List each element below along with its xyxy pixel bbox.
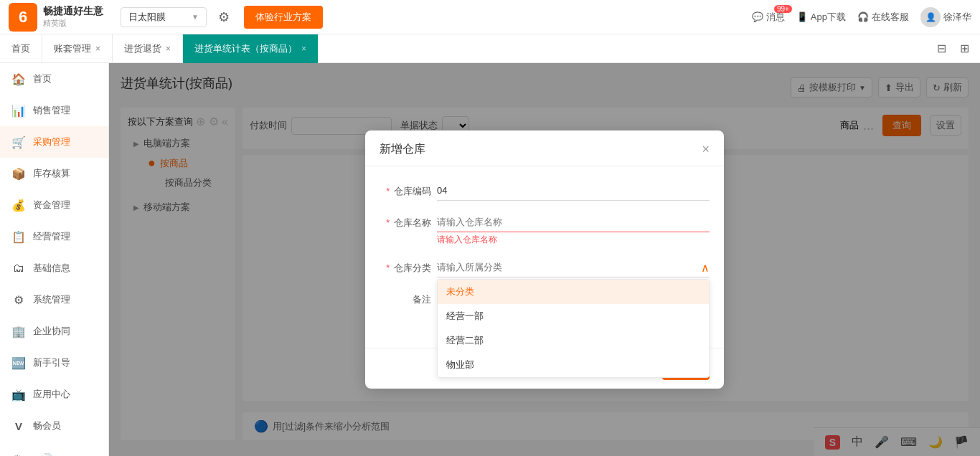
tab-purchase-return-close[interactable]: × bbox=[166, 44, 171, 54]
modal-overlay: 新增仓库 × * 仓库编码 bbox=[109, 63, 980, 456]
chevron-up-icon[interactable]: ∧ bbox=[701, 261, 710, 275]
code-input[interactable] bbox=[437, 181, 710, 201]
main-layout: 🏠 首页 📊 销售管理 🛒 采购管理 📦 库存核算 💰 资金管理 📋 经营管理 … bbox=[0, 63, 980, 456]
app-download-button[interactable]: 📱 App下载 bbox=[796, 11, 846, 24]
tab-home-label: 首页 bbox=[11, 42, 30, 55]
app-label: App下载 bbox=[811, 11, 846, 24]
new-warehouse-modal: 新增仓库 × * 仓库编码 bbox=[365, 130, 724, 389]
topbar: 6 畅捷通好生意 精英版 日太阳膜 ▼ ⚙ 体验行业方案 💬 消息 99+ 📱 … bbox=[0, 0, 980, 34]
tab-account-close[interactable]: × bbox=[95, 44, 100, 54]
category-select-wrap: ∧ 未分类 经营一部 经营二部 物业部 bbox=[437, 257, 710, 277]
tab-account[interactable]: 账套管理 × bbox=[42, 34, 113, 63]
sidebar-item-vip-label: 畅会员 bbox=[33, 419, 61, 432]
sales-icon: 📊 bbox=[11, 103, 26, 118]
service-label: 在线客服 bbox=[872, 11, 909, 24]
sidebar-item-finance-label: 资金管理 bbox=[33, 199, 70, 212]
tab-home[interactable]: 首页 bbox=[0, 34, 42, 63]
code-field bbox=[437, 181, 710, 201]
name-input[interactable] bbox=[437, 212, 710, 232]
brand-name: 畅捷通好生意 bbox=[43, 5, 103, 18]
headphone-icon: 🎧 bbox=[857, 11, 869, 22]
name-label: * 仓库名称 bbox=[380, 212, 437, 229]
modal-close-button[interactable]: × bbox=[702, 142, 710, 157]
sidebar-settings-icon[interactable]: ⚙ bbox=[6, 447, 29, 456]
app-logo: 6 bbox=[9, 3, 37, 32]
operation-icon: 📋 bbox=[11, 229, 26, 244]
required-star-code: * bbox=[386, 186, 390, 196]
sidebar-item-inventory[interactable]: 📦 库存核算 bbox=[0, 158, 108, 189]
message-badge: 99+ bbox=[774, 5, 792, 13]
purchase-icon: 🛒 bbox=[11, 135, 26, 149]
sidebar-item-basic-label: 基础信息 bbox=[33, 262, 70, 275]
tab-purchase-return-label: 进货退货 bbox=[124, 42, 161, 55]
sidebar-item-home[interactable]: 🏠 首页 bbox=[0, 63, 108, 95]
brand-sub: 精英版 bbox=[43, 18, 103, 29]
tab-purchase-stat[interactable]: 进货单统计表（按商品） × bbox=[183, 34, 319, 63]
sidebar-item-operation-label: 经营管理 bbox=[33, 230, 70, 243]
dropdown-item-3[interactable]: 物业部 bbox=[438, 353, 709, 377]
avatar: 👤 bbox=[920, 7, 941, 27]
tab-purchase-stat-close[interactable]: × bbox=[301, 44, 306, 54]
sidebar-item-enterprise[interactable]: 🏢 企业协同 bbox=[0, 315, 108, 347]
guide-icon: 🆕 bbox=[11, 356, 26, 370]
home-icon: 🏠 bbox=[11, 72, 26, 86]
code-label: * 仓库编码 bbox=[380, 181, 437, 198]
brand: 畅捷通好生意 精英版 bbox=[43, 5, 103, 29]
dropdown-item-2[interactable]: 经营二部 bbox=[438, 328, 709, 353]
topbar-right: 💬 消息 99+ 📱 App下载 🎧 在线客服 👤 徐泽华 bbox=[752, 7, 971, 27]
sidebar-item-purchase-label: 采购管理 bbox=[33, 136, 70, 148]
sidebar-item-operation[interactable]: 📋 经营管理 bbox=[0, 221, 108, 252]
sidebar-item-guide[interactable]: 🆕 新手引导 bbox=[0, 347, 108, 379]
name-field: 请输入仓库名称 bbox=[437, 212, 710, 246]
tab-expand-icon[interactable]: ⊞ bbox=[954, 39, 974, 59]
appcenter-icon: 📺 bbox=[11, 387, 26, 402]
sidebar-item-appcenter[interactable]: 📺 应用中心 bbox=[0, 379, 108, 410]
sidebar-item-inventory-label: 库存核算 bbox=[33, 167, 70, 180]
remark-label: 备注 bbox=[380, 289, 437, 306]
category-field: ∧ 未分类 经营一部 经营二部 物业部 bbox=[437, 257, 710, 277]
inventory-icon: 📦 bbox=[11, 166, 26, 181]
online-service-button[interactable]: 🎧 在线客服 bbox=[857, 11, 909, 24]
tab-purchase-stat-label: 进货单统计表（按商品） bbox=[194, 42, 297, 55]
tab-account-label: 账套管理 bbox=[54, 42, 91, 55]
finance-icon: 💰 bbox=[11, 198, 26, 212]
content-area: 进货单统计(按商品) 🖨 按模板打印 ▼ ⬆ 导出 ↻ 刷新 bbox=[109, 63, 980, 456]
sidebar-item-home-label: 首页 bbox=[33, 72, 52, 85]
message-icon: 💬 bbox=[752, 11, 763, 22]
store-name: 日太阳膜 bbox=[128, 11, 166, 24]
category-label: * 仓库分类 bbox=[380, 257, 437, 275]
sidebar-item-appcenter-label: 应用中心 bbox=[33, 388, 70, 401]
tab-minimize-icon[interactable]: ⊟ bbox=[931, 39, 951, 59]
required-star-name: * bbox=[386, 217, 390, 228]
modal-header: 新增仓库 × bbox=[365, 130, 724, 166]
tab-actions: ⊟ ⊞ bbox=[931, 39, 980, 59]
name-error-msg: 请输入仓库名称 bbox=[437, 234, 710, 246]
settings-icon[interactable]: ⚙ bbox=[212, 6, 235, 29]
sidebar-item-guide-label: 新手引导 bbox=[33, 356, 70, 369]
sidebar-item-finance[interactable]: 💰 资金管理 bbox=[0, 189, 108, 221]
sidebar: 🏠 首页 📊 销售管理 🛒 采购管理 📦 库存核算 💰 资金管理 📋 经营管理 … bbox=[0, 63, 109, 456]
sidebar-item-vip[interactable]: V 畅会员 bbox=[0, 410, 108, 442]
sidebar-item-system[interactable]: ⚙ 系统管理 bbox=[0, 284, 108, 315]
form-row-code: * 仓库编码 bbox=[380, 181, 710, 201]
category-input[interactable] bbox=[437, 257, 710, 277]
chevron-down-icon: ▼ bbox=[192, 13, 199, 21]
sidebar-item-system-label: 系统管理 bbox=[33, 293, 70, 306]
sidebar-item-enterprise-label: 企业协同 bbox=[33, 325, 70, 338]
form-row-name: * 仓库名称 请输入仓库名称 bbox=[380, 212, 710, 246]
required-star-category: * bbox=[386, 262, 390, 273]
dropdown-item-1[interactable]: 经营一部 bbox=[438, 304, 709, 328]
sidebar-item-purchase[interactable]: 🛒 采购管理 bbox=[0, 126, 108, 158]
message-button[interactable]: 💬 消息 99+ bbox=[752, 11, 785, 24]
trial-button[interactable]: 体验行业方案 bbox=[244, 6, 323, 29]
sidebar-item-sales[interactable]: 📊 销售管理 bbox=[0, 95, 108, 126]
sidebar-item-basic[interactable]: 🗂 基础信息 bbox=[0, 252, 108, 284]
sidebar-collapse-icon[interactable]: 🔊 bbox=[34, 447, 57, 456]
dropdown-item-0[interactable]: 未分类 bbox=[438, 280, 709, 304]
enterprise-icon: 🏢 bbox=[11, 324, 26, 338]
username: 徐泽华 bbox=[943, 11, 971, 24]
user-menu[interactable]: 👤 徐泽华 bbox=[920, 7, 971, 27]
store-selector[interactable]: 日太阳膜 ▼ bbox=[121, 7, 207, 27]
tab-purchase-return[interactable]: 进货退货 × bbox=[113, 34, 183, 63]
system-icon: ⚙ bbox=[11, 293, 26, 307]
